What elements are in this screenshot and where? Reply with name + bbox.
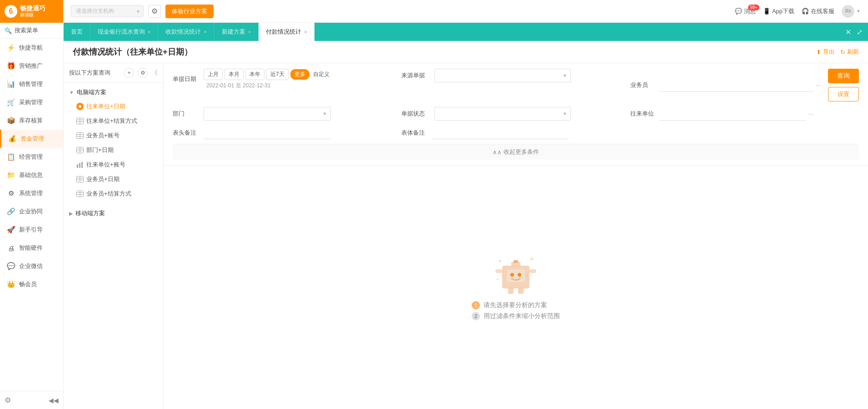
scheme-staff-date[interactable]: 业务员+日期	[64, 172, 163, 187]
date-btn-this-month[interactable]: 本月	[224, 69, 244, 80]
page-actions: ⬆ 导出 ↻ 刷新	[816, 48, 859, 56]
branch-selector[interactable]: 请选择分支机构 ▼	[71, 5, 144, 17]
date-btn-7days[interactable]: 近7天	[266, 69, 289, 80]
date-btn-last-month[interactable]: 上月	[204, 69, 223, 80]
setting-button[interactable]: 设置	[828, 87, 859, 101]
body-note-input[interactable]	[432, 129, 569, 136]
empty-hints: 1 请先选择要分析的方案 2 用过滤条件来缩小分析范围	[472, 301, 560, 323]
sidebar-item-system[interactable]: ⚙ 系统管理	[0, 184, 63, 202]
staff-more-btn[interactable]: ···	[815, 81, 821, 89]
collapse-sidebar-icon[interactable]: ◀◀	[49, 397, 59, 404]
tab-home[interactable]: 首页	[64, 23, 90, 41]
tab-close-receipt[interactable]: ×	[204, 29, 206, 35]
refresh-label: 刷新	[847, 48, 859, 56]
app-download-button[interactable]: 📱 App下载	[763, 7, 794, 15]
tab-payment-stats[interactable]: 付款情况统计 ×	[259, 23, 314, 41]
sidebar-item-sales[interactable]: 📊 销售管理	[0, 75, 63, 93]
tab-cashflow[interactable]: 现金银行流水查询 ×	[90, 23, 158, 41]
sidebar-item-marketing[interactable]: 🎁 营销推广	[0, 57, 63, 75]
staff-label: 业务员	[630, 81, 655, 89]
quick-nav-icon: ⚡	[6, 43, 15, 52]
vip-icon: 👑	[6, 280, 15, 289]
refresh-button[interactable]: ↻ 刷新	[840, 48, 859, 56]
purchase-icon: 🛒	[6, 98, 15, 107]
sales-icon: 📊	[6, 80, 15, 89]
scheme-label: 业务员+结算方式	[86, 190, 131, 198]
collapse-more-button[interactable]: ∧∧ 收起更多条件	[173, 144, 859, 160]
sidebar-logo: 6 畅捷通巧 标准版	[0, 0, 63, 23]
sidebar-item-purchase[interactable]: 🛒 采购管理	[0, 93, 63, 111]
page-title: 付款情况统计（往来单位+日期）	[73, 46, 192, 57]
online-service-label: 在线客服	[811, 7, 834, 15]
sidebar-nav: ⚡ 快捷导航 🎁 营销推广 📊 销售管理 🛒 采购管理 📦 库存核算 💰 资金管…	[0, 39, 63, 391]
trial-button[interactable]: 体验行业方案	[165, 5, 214, 18]
collapse-panel-button[interactable]: 《	[151, 69, 158, 77]
scheme-staff-account[interactable]: 业务员+账号	[64, 128, 163, 143]
svg-point-0	[79, 105, 81, 108]
user-menu[interactable]: Rit ▼	[842, 5, 861, 18]
scheme-table4-icon	[76, 176, 84, 183]
query-button[interactable]: 查询	[828, 69, 859, 83]
sidebar-item-inventory[interactable]: 📦 库存核算	[0, 111, 63, 130]
scheme-dept-date[interactable]: 部门+日期	[64, 143, 163, 157]
tab-close-new-scheme[interactable]: ×	[248, 29, 251, 35]
export-button[interactable]: ⬆ 导出	[816, 48, 835, 56]
desktop-group-toggle[interactable]: ▼ 电脑端方案	[64, 86, 163, 99]
service-icon: 🎧	[802, 8, 809, 15]
settings-button[interactable]: ⚙	[148, 5, 161, 18]
svg-point-35	[530, 258, 533, 260]
scheme-unit-account[interactable]: 往来单位+账号	[64, 157, 163, 172]
svg-rect-29	[514, 260, 518, 263]
enterprise-icon: 🔗	[6, 207, 15, 216]
source-selector[interactable]: ▼	[434, 69, 571, 82]
sidebar-item-guide[interactable]: 🚀 新手引导	[0, 221, 63, 239]
mobile-group-toggle[interactable]: ▶ 移动端方案	[64, 207, 163, 220]
sidebar-item-wechat[interactable]: 💬 企业微信	[0, 257, 63, 275]
partner-input[interactable]	[659, 111, 798, 117]
scheme-unit-settle[interactable]: 往来单位+结算方式	[64, 114, 163, 128]
tab-receipt-stats[interactable]: 收款情况统计 ×	[158, 23, 214, 41]
topbar: 请选择分支机构 ▼ ⚙ 体验行业方案 💬 消息 99+ 📱 App下载 🎧 在线…	[64, 0, 868, 23]
close-window-icon[interactable]: ✕	[843, 27, 853, 37]
page-header: 付款情况统计（往来单位+日期） ⬆ 导出 ↻ 刷新	[64, 41, 868, 63]
right-content: 单据日期 上月 本月 本年 近7天 更多 自定义	[164, 63, 868, 409]
scheme-unit-date[interactable]: 往来单位+日期	[64, 99, 163, 114]
sidebar-item-hardware[interactable]: 🖨 智能硬件	[0, 239, 63, 257]
arrow-right-icon: ▶	[69, 211, 73, 217]
svg-rect-13	[77, 164, 78, 168]
scheme-label: 业务员+账号	[86, 131, 120, 140]
status-dropdown-icon: ▼	[562, 111, 567, 116]
sidebar-item-quick-nav[interactable]: ⚡ 快捷导航	[0, 39, 63, 57]
sidebar-item-finance[interactable]: 💰 资金管理	[0, 130, 63, 148]
svg-rect-14	[79, 163, 80, 168]
doc-status-selector[interactable]: ▼	[434, 107, 571, 121]
tab-close-payment[interactable]: ×	[304, 29, 307, 35]
dept-selector[interactable]: ▼	[204, 107, 331, 121]
settings-icon[interactable]: ⚙	[5, 396, 11, 404]
expand-icon[interactable]: ⤢	[855, 27, 864, 37]
scheme-table-icon	[76, 117, 84, 125]
date-btn-more[interactable]: 更多	[290, 69, 309, 80]
sidebar-item-operation[interactable]: 📋 经营管理	[0, 148, 63, 166]
sidebar-item-vip[interactable]: 👑 畅会员	[0, 275, 63, 293]
sidebar-item-label: 资金管理	[20, 135, 44, 143]
message-button[interactable]: 💬 消息 99+	[735, 7, 756, 15]
search-menu[interactable]: 🔍 搜索菜单	[0, 23, 63, 39]
sidebar-item-basic-info[interactable]: 📁 基础信息	[0, 166, 63, 184]
add-scheme-button[interactable]: +	[124, 68, 134, 78]
online-service-button[interactable]: 🎧 在线客服	[802, 7, 834, 15]
tab-new-scheme[interactable]: 新建方案 ×	[215, 23, 259, 41]
panel-icons: + ⚙ 《	[124, 68, 158, 78]
settings-scheme-button[interactable]: ⚙	[138, 68, 148, 78]
partner-more-btn[interactable]: ···	[808, 110, 813, 117]
staff-input[interactable]	[659, 82, 805, 89]
scheme-staff-settle[interactable]: 业务员+结算方式	[64, 187, 163, 201]
doc-status-label: 单据状态	[401, 110, 431, 118]
header-note-input[interactable]	[204, 129, 331, 136]
date-btn-this-year[interactable]: 本年	[245, 69, 264, 80]
tab-close-cashflow[interactable]: ×	[148, 29, 150, 35]
desktop-group-label: 电脑端方案	[77, 88, 106, 96]
operation-icon: 📋	[6, 152, 15, 162]
date-custom-label[interactable]: 自定义	[313, 71, 329, 78]
sidebar-item-enterprise[interactable]: 🔗 企业协同	[0, 202, 63, 221]
